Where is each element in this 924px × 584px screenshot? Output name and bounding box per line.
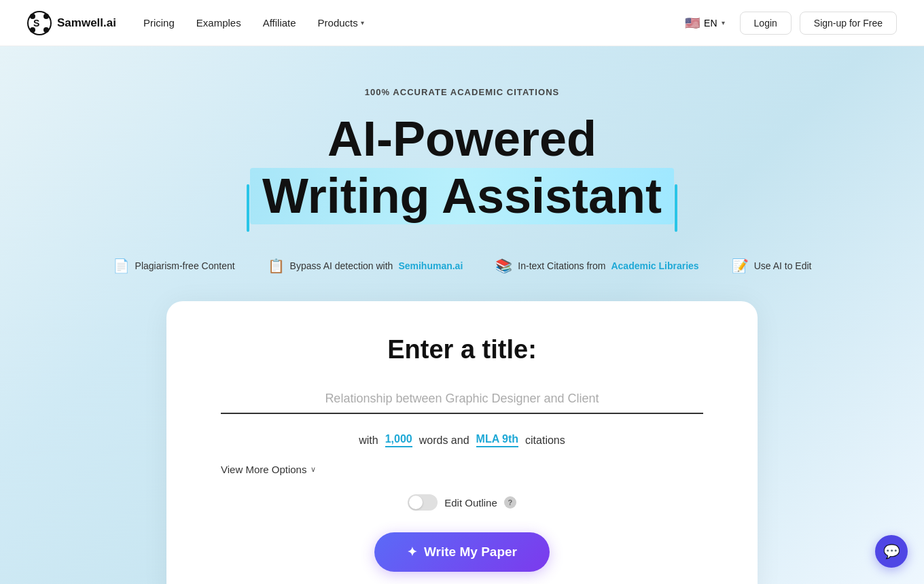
feature-plagiarism: 📄 Plagiarism-free Content <box>113 258 235 274</box>
cursor-right <box>675 184 677 232</box>
title-input-wrap <box>221 386 703 414</box>
nav-pricing[interactable]: Pricing <box>143 17 175 29</box>
hero-badge: 100% ACCURATE ACADEMIC CITATIONS <box>14 87 910 97</box>
features-row: 📄 Plagiarism-free Content 📋 Bypass AI de… <box>14 258 910 274</box>
feature-citations: 📚 In-text Citations from Academic Librar… <box>495 258 698 274</box>
feature-edit: 📝 Use AI to Edit <box>732 258 812 274</box>
view-more-chevron-icon: ∨ <box>310 465 316 474</box>
words-value[interactable]: 1,000 <box>385 433 412 447</box>
chat-bubble-button[interactable]: 💬 <box>875 535 908 568</box>
hero-section: 100% ACCURATE ACADEMIC CITATIONS AI-Powe… <box>0 46 924 274</box>
language-selector[interactable]: 🇺🇸 EN ▾ <box>678 12 731 35</box>
signup-button[interactable]: Sign-up for Free <box>800 12 897 35</box>
lang-chevron-icon: ▾ <box>722 19 725 27</box>
feature-bypass: 📋 Bypass AI detection with Semihuman.ai <box>268 258 463 274</box>
toggle-knob <box>409 496 423 509</box>
nav-examples[interactable]: Examples <box>196 17 241 29</box>
academic-libraries-link[interactable]: Academic Libraries <box>611 260 698 271</box>
citations-icon: 📚 <box>495 258 512 274</box>
bypass-icon: 📋 <box>268 258 285 274</box>
view-more-button[interactable]: View More Options ∨ <box>221 464 316 475</box>
hero-title-line1: AI-Powered <box>14 114 910 165</box>
flag-icon: 🇺🇸 <box>685 16 700 31</box>
svg-point-4 <box>43 27 49 33</box>
chat-icon: 💬 <box>883 543 900 560</box>
svg-point-2 <box>43 14 49 19</box>
help-icon[interactable]: ? <box>504 496 516 509</box>
cursor-left <box>247 184 249 232</box>
svg-point-5 <box>30 27 35 33</box>
logo[interactable]: S Samwell.ai <box>27 11 116 35</box>
card-title: Enter a title: <box>221 335 703 364</box>
nav-affiliate[interactable]: Affiliate <box>263 17 296 29</box>
edit-outline-label: Edit Outline <box>444 497 497 509</box>
edit-outline-row: Edit Outline ? <box>221 494 703 511</box>
products-chevron-icon: ▾ <box>361 19 364 27</box>
nav-products[interactable]: Products ▾ <box>318 17 364 29</box>
plagiarism-icon: 📄 <box>113 258 130 274</box>
edit-icon: 📝 <box>732 258 749 274</box>
star-icon: ✦ <box>407 545 417 560</box>
options-row: with 1,000 words and MLA 9th citations <box>221 433 703 447</box>
logo-icon: S <box>27 11 52 35</box>
citations-style-value[interactable]: MLA 9th <box>476 433 519 447</box>
navbar: S Samwell.ai Pricing Examples Affiliate … <box>0 0 924 46</box>
main-card: Enter a title: with 1,000 words and MLA … <box>166 301 758 584</box>
login-button[interactable]: Login <box>740 12 792 35</box>
logo-text: Samwell.ai <box>57 16 116 30</box>
write-paper-button[interactable]: ✦ Write My Paper <box>374 532 550 572</box>
hero-title-line2: Writing Assistant <box>250 168 674 225</box>
svg-point-3 <box>30 14 35 19</box>
card-wrap: Enter a title: with 1,000 words and MLA … <box>0 301 924 584</box>
semihuman-link[interactable]: Semihuman.ai <box>398 260 463 271</box>
svg-text:S: S <box>33 18 39 29</box>
edit-outline-toggle[interactable] <box>408 494 438 511</box>
title-input[interactable] <box>221 386 703 413</box>
